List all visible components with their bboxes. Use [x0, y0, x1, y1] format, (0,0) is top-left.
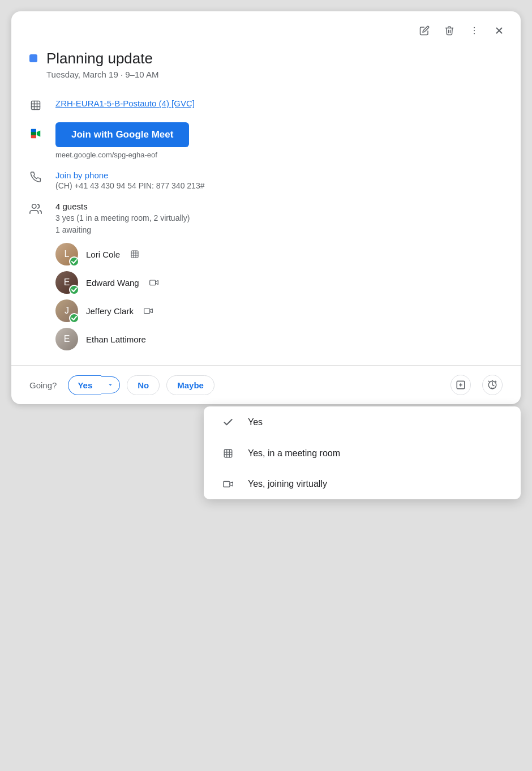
list-item: E Ethan Lattimore	[55, 328, 503, 350]
meet-row: Join with Google Meet meet.google.com/sp…	[11, 117, 521, 165]
guest-name: Jeffery Clark	[86, 306, 134, 316]
guest-list: L Lori Cole	[55, 243, 503, 350]
svg-point-0	[474, 27, 475, 28]
room-icon	[222, 448, 234, 459]
svg-marker-25	[150, 309, 153, 313]
location-row: ZRH-EURA1-5-B-Postauto (4) [GVC]	[11, 93, 521, 117]
footer: Going? Yes No Maybe	[11, 366, 521, 404]
yes-dropdown-menu: Yes Yes, in a meeting room	[204, 406, 521, 499]
avatar: L	[55, 243, 78, 265]
guests-icon	[29, 203, 42, 215]
phone-icon	[29, 172, 42, 183]
maybe-button[interactable]: Maybe	[166, 375, 214, 395]
svg-rect-11	[31, 132, 36, 136]
accepted-check-icon	[69, 256, 79, 267]
meet-link: meet.google.com/spg-egha-eof	[55, 151, 503, 159]
close-button[interactable]	[489, 20, 509, 41]
guests-status: 3 yes (1 in a meeting room, 2 virtually)…	[55, 212, 503, 236]
svg-rect-17	[131, 251, 138, 258]
svg-point-2	[474, 33, 475, 34]
guest-type-icon	[130, 250, 139, 259]
snooze-button[interactable]	[482, 375, 503, 395]
svg-marker-23	[155, 281, 158, 285]
accepted-check-icon	[69, 285, 79, 295]
guest-name: Lori Cole	[86, 250, 120, 259]
join-meet-button[interactable]: Join with Google Meet	[55, 122, 189, 147]
yes-button[interactable]: Yes	[68, 375, 101, 395]
guests-row: 4 guests 3 yes (1 in a meeting room, 2 v…	[11, 196, 521, 356]
dropdown-yes-option[interactable]: Yes	[204, 406, 521, 438]
location-icon	[29, 100, 42, 111]
svg-rect-30	[224, 449, 232, 457]
delete-button[interactable]	[439, 20, 460, 41]
phone-row: Join by phone (CH) +41 43 430 94 54 PIN:…	[11, 165, 521, 196]
location-link[interactable]: ZRH-EURA1-5-B-Postauto (4) [GVC]	[55, 98, 195, 108]
meet-icon	[29, 126, 42, 142]
yes-rsvp-group: Yes	[68, 375, 120, 395]
accepted-check-icon	[69, 313, 79, 323]
add-note-button[interactable]	[451, 375, 471, 395]
svg-rect-12	[31, 129, 36, 132]
svg-marker-36	[230, 482, 233, 486]
list-item: E Edward Wang	[55, 271, 503, 294]
guest-name: Edward Wang	[86, 278, 139, 288]
avatar: E	[55, 328, 78, 350]
svg-rect-35	[224, 482, 230, 487]
avatar: E	[55, 271, 78, 294]
edit-button[interactable]	[414, 20, 435, 41]
event-time: Tuesday, March 19 · 9–10 AM	[46, 70, 158, 79]
guest-type-icon	[144, 306, 153, 315]
list-item: J Jeffery Clark	[55, 299, 503, 322]
guests-count: 4 guests	[55, 202, 503, 211]
dropdown-option-label: Yes	[248, 417, 263, 427]
event-title: Planning update	[46, 50, 158, 67]
guest-name: Ethan Lattimore	[86, 335, 146, 344]
svg-point-1	[474, 30, 475, 31]
phone-link[interactable]: Join by phone	[55, 170, 503, 180]
event-color-indicator	[29, 54, 37, 62]
dropdown-option-label: Yes, joining virtually	[248, 479, 327, 489]
dropdown-virtual-option[interactable]: Yes, joining virtually	[204, 469, 521, 499]
list-item: L Lori Cole	[55, 243, 503, 265]
dropdown-option-label: Yes, in a meeting room	[248, 448, 340, 459]
going-label: Going?	[29, 380, 57, 390]
svg-point-16	[32, 204, 36, 208]
more-options-button[interactable]	[464, 20, 484, 41]
dropdown-meeting-room-option[interactable]: Yes, in a meeting room	[204, 438, 521, 469]
guest-type-icon	[149, 278, 158, 287]
avatar: J	[55, 299, 78, 322]
phone-number: (CH) +41 43 430 94 54 PIN: 877 340 213#	[55, 181, 503, 190]
check-icon	[222, 417, 234, 428]
video-icon	[222, 479, 234, 489]
no-button[interactable]: No	[127, 375, 160, 395]
yes-dropdown-button[interactable]	[101, 376, 120, 393]
svg-rect-24	[144, 309, 150, 314]
svg-rect-13	[31, 135, 36, 139]
svg-rect-5	[32, 101, 40, 110]
svg-rect-22	[149, 280, 155, 285]
